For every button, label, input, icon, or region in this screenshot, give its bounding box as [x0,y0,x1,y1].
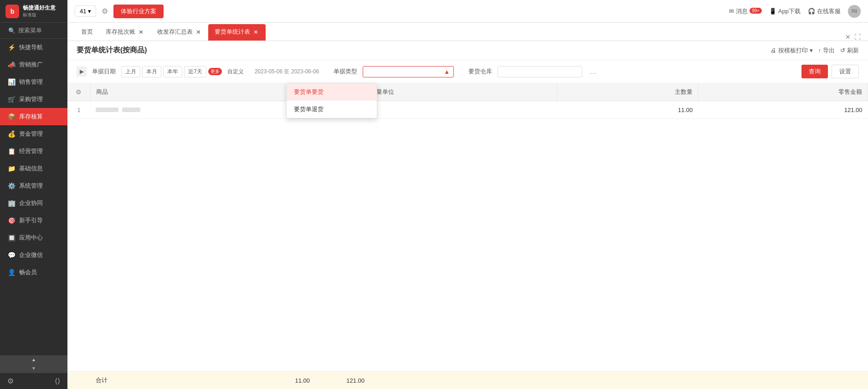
export-button[interactable]: ↑ 导出 [818,46,835,55]
tabs-close-all[interactable]: ✕ [845,33,851,41]
query-button[interactable]: 查询 [801,65,828,78]
topbar-left: 41 ▾ ⚙ 体验行业方案 [75,5,164,18]
marketing-icon: 📣 [7,61,15,69]
tab-batch-inventory-close[interactable]: ✕ [137,28,144,36]
sidebar-item-basics[interactable]: 📁 基础信息 [0,160,67,177]
message-label: 消息 [736,7,748,15]
date-range-text: 2023-05-06 至 2023-06-06 [255,68,319,76]
more-date-options-badge[interactable]: 更多 [208,68,222,75]
topbar-right: ✉ 消息 99+ 📱 App下载 🎧 在线客服 Rit [729,5,861,18]
tab-receipt-summary[interactable]: 收发存汇总表 ✕ [151,24,208,41]
print-button[interactable]: 🖨 按模板打印 ▾ [770,46,813,55]
refresh-button[interactable]: ↺ 刷新 [840,46,859,55]
this-month-btn[interactable]: 本月 [142,66,161,77]
warehouse-filter-text[interactable] [502,68,578,75]
dropdown-item-return[interactable]: 要货单退货 [287,101,377,118]
sidebar: b 畅捷通好生意 标准版 🔍 搜索菜单 ⚡ 快捷导航 📣 营销推广 📊 销售管理… [0,0,67,389]
sidebar-item-label: 新手引导 [19,216,43,225]
col-unit: 主计量单位 [359,83,557,101]
table-row: 1 块 11.00 121.00 [67,101,868,119]
sidebar-item-label: 资金管理 [19,130,43,138]
dropdown-item-order[interactable]: 要货单要货 [287,83,377,101]
sidebar-item-enterprise[interactable]: 🏢 企业协同 [0,194,67,212]
operations-icon: 📋 [7,147,15,155]
filter-expand-button[interactable]: ▶ [77,67,87,77]
search-label: 搜索菜单 [18,26,42,35]
col-quantity: 主数量 [557,83,698,101]
type-dropdown-arrow[interactable]: ▲ [444,68,450,75]
selector-arrow: ▾ [88,8,91,15]
date-filter-label: 单据日期 [92,67,116,76]
last-7-days-btn[interactable]: 近7天 [184,66,206,77]
sidebar-item-label: 库存核算 [19,113,43,121]
logo-text: 畅捷通好生意 标准版 [23,4,56,18]
sidebar-item-purchase[interactable]: 🛒 采购管理 [0,91,67,108]
topbar: 41 ▾ ⚙ 体验行业方案 ✉ 消息 99+ 📱 App下载 🎧 在线客服 [67,0,868,23]
row-quantity: 11.00 [557,101,698,119]
app-download-label: App下载 [778,7,801,15]
sidebar-item-guide[interactable]: 🎯 新手引导 [0,212,67,229]
sidebar-item-system[interactable]: ⚙️ 系统管理 [0,177,67,194]
notification-item[interactable]: ✉ 消息 99+ [729,7,762,15]
sidebar-item-inventory[interactable]: 📦 库存核算 [0,108,67,125]
type-filter-input[interactable]: ▲ [363,66,454,77]
sidebar-nav: ⚡ 快捷导航 📣 营销推广 📊 销售管理 🛒 采购管理 📦 库存核算 💰 资金管… [0,39,67,355]
sidebar-item-label: 销售管理 [19,78,43,86]
user-avatar[interactable]: Rit [848,5,861,18]
warehouse-filter-input[interactable] [498,66,582,77]
sidebar-item-sales[interactable]: 📊 销售管理 [0,73,67,91]
sidebar-item-label: 经营管理 [19,147,43,155]
filter-settings-button[interactable]: 设置 [832,65,859,78]
search-menu[interactable]: 🔍 搜索菜单 [0,23,67,39]
filter-bar: ▶ 单据日期 上月 本月 本年 近7天 更多 自定义 2023-05-06 至 … [67,60,868,83]
purchase-icon: 🛒 [7,95,15,103]
sidebar-item-apps[interactable]: 🔲 应用中心 [0,229,67,246]
sidebar-item-label: 企业微信 [19,251,43,259]
sidebar-scroll-up[interactable]: ▲ [0,355,67,364]
sidebar-scroll-down[interactable]: ▼ [0,364,67,373]
more-options-dots[interactable]: … [590,67,597,76]
type-filter-text[interactable] [367,68,444,75]
topbar-settings-icon[interactable]: ⚙ [102,7,108,15]
company-value: 41 [80,8,86,15]
sidebar-item-marketing[interactable]: 📣 营销推广 [0,56,67,73]
tab-receipt-summary-close[interactable]: ✕ [195,28,202,36]
tab-order-summary[interactable]: 要货单统计表 ✕ [208,24,266,41]
company-selector[interactable]: 41 ▾ [75,5,96,17]
refresh-icon: ↺ [840,47,845,54]
sidebar-item-label: 企业协同 [19,199,43,207]
custom-date-btn[interactable]: 自定义 [224,67,247,77]
tab-home[interactable]: 首页 [75,24,99,41]
refresh-label: 刷新 [847,46,859,55]
sidebar-item-operations[interactable]: 📋 经营管理 [0,143,67,160]
tab-batch-inventory[interactable]: 库存批次账 ✕ [99,24,151,41]
last-month-btn[interactable]: 上月 [121,66,140,77]
trial-button[interactable]: 体验行业方案 [113,5,164,18]
sidebar-bottom: ⚙ ⟨⟩ [0,373,67,389]
dropdown-item-order-label: 要货单要货 [294,88,324,95]
this-year-btn[interactable]: 本年 [163,66,182,77]
sidebar-item-member[interactable]: 👤 畅会员 [0,264,67,281]
footer-amount: 121.00 [319,377,374,384]
customer-service-item[interactable]: 🎧 在线客服 [808,7,841,15]
app-download-item[interactable]: 📱 App下载 [769,7,801,15]
settings-icon[interactable]: ⚙ [7,377,14,385]
sidebar-item-quick-nav[interactable]: ⚡ 快捷导航 [0,39,67,56]
sidebar-item-label: 采购管理 [19,95,43,103]
sales-icon: 📊 [7,78,15,86]
data-table: ⚙ 商品 主计量单位 主数量 零售金额 1 [67,83,868,119]
dropdown-item-return-label: 要货单退货 [294,106,324,113]
row-no: 1 [67,101,90,119]
tabs-right-controls: ✕ ⛶ [845,33,861,41]
sidebar-item-finance[interactable]: 💰 资金管理 [0,125,67,143]
tab-order-summary-close[interactable]: ✕ [252,28,259,36]
tabs-expand[interactable]: ⛶ [854,33,861,41]
quick-nav-icon: ⚡ [7,43,15,51]
collapse-icon[interactable]: ⟨⟩ [55,377,60,385]
footer-quantity: 11.00 [264,377,319,384]
col-settings[interactable]: ⚙ [67,83,90,101]
apps-icon: 🔲 [7,234,15,242]
print-dropdown-icon: ▾ [810,47,813,54]
sidebar-item-wechat[interactable]: 💬 企业微信 [0,246,67,264]
sidebar-item-label: 快捷导航 [19,43,43,51]
